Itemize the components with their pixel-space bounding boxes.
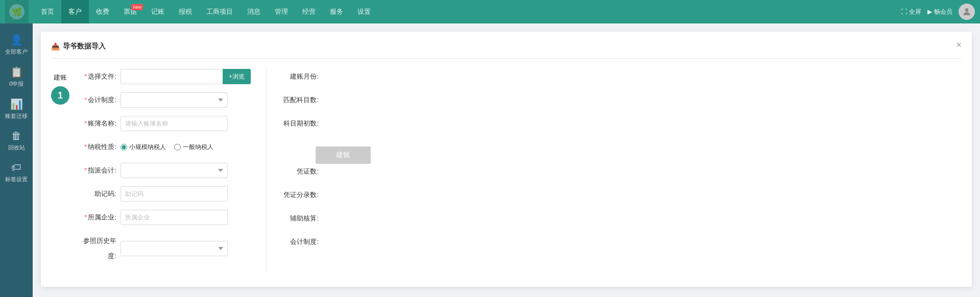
ref-year-row: 参照历史年度: <box>80 233 251 264</box>
top-navigation: 🌿 首页 客户 收费 票据 new 记账 报税 工商项目 消息 管理 经营 服务… <box>0 0 980 23</box>
info-panel: 建账月份: 匹配科目数: 科目期初数: 建账 <box>266 69 409 272</box>
nav-item-operations[interactable]: 经营 <box>295 0 323 23</box>
memo-label: 助记码: <box>80 186 121 202</box>
voucher-row: 凭证数: <box>277 164 409 179</box>
small-taxpayer-radio-input[interactable] <box>121 144 127 151</box>
logo-icon: 🌿 <box>9 4 25 19</box>
general-taxpayer-radio-input[interactable] <box>174 144 181 151</box>
fullscreen-icon: ⛶ <box>901 8 907 15</box>
vip-button[interactable]: ▶ 畅会员 <box>927 8 952 16</box>
step-label: 建账 <box>54 73 67 82</box>
accounting-system-row: *会计制度: <box>80 92 251 108</box>
voucher-records-row: 凭证分录数: <box>277 187 409 203</box>
new-badge: new <box>131 4 143 10</box>
form-container: 建账 1 *选择文件: +浏览 <box>51 69 962 272</box>
submit-button[interactable]: 建账 <box>316 146 371 164</box>
assign-accountant-row: *指派会计: <box>80 163 251 178</box>
sidebar-item-tags[interactable]: 🏷 标签设置 <box>0 157 33 188</box>
zero-declaration-icon: 📋 <box>10 66 23 78</box>
nav-item-invoices[interactable]: 票据 new <box>116 0 144 23</box>
nav-right-section: ⛶ 全屏 ▶ 畅会员 <box>901 4 975 20</box>
sidebar: 👤 全部客户 📋 0申报 📊 账套迁移 🗑 回收站 🏷 标签设置 <box>0 23 33 297</box>
nav-menu: 首页 客户 收费 票据 new 记账 报税 工商项目 消息 管理 经营 服务 设… <box>34 0 901 23</box>
import-dialog: 📥 导爷数据导入 × 建账 1 <box>41 32 972 287</box>
match-subjects-row: 匹配科目数: <box>277 92 409 108</box>
aux-accounting-label: 辅助核算: <box>277 211 323 226</box>
company-label: *所属企业: <box>80 210 121 225</box>
submit-section: 建账 <box>277 141 409 164</box>
all-customers-icon: 👤 <box>10 34 23 46</box>
step-indicator: 1 <box>51 86 69 105</box>
voucher-records-label: 凭证分录数: <box>277 187 323 203</box>
vip-icon: ▶ <box>927 8 932 15</box>
main-content: 📥 导爷数据导入 × 建账 1 <box>33 23 980 297</box>
tags-icon: 🏷 <box>11 162 21 174</box>
tax-type-row: *纳税性质: 小规模纳税人 一般纳税人 <box>80 139 251 155</box>
small-taxpayer-radio[interactable]: 小规模纳税人 <box>121 143 166 152</box>
migration-icon: 📊 <box>10 98 23 110</box>
accounting-system-select[interactable] <box>121 92 228 108</box>
nav-item-settings[interactable]: 设置 <box>350 0 378 23</box>
nav-item-services[interactable]: 服务 <box>323 0 350 23</box>
file-input-wrap: +浏览 <box>121 69 251 84</box>
ref-year-label: 参照历史年度: <box>80 233 121 264</box>
general-taxpayer-radio[interactable]: 一般纳税人 <box>174 143 213 152</box>
app-logo[interactable]: 🌿 <box>5 0 29 23</box>
nav-item-fees[interactable]: 收费 <box>89 0 116 23</box>
form-left: 建账 1 *选择文件: +浏览 <box>51 69 251 272</box>
account-name-label: *账簿名称: <box>80 116 121 131</box>
form-fields: *选择文件: +浏览 *会计制度: <box>80 69 251 272</box>
main-layout: 👤 全部客户 📋 0申报 📊 账套迁移 🗑 回收站 🏷 标签设置 📥 导爷数据导… <box>0 23 980 297</box>
company-input[interactable] <box>121 210 228 225</box>
browse-button[interactable]: +浏览 <box>223 69 251 84</box>
account-name-input[interactable] <box>121 116 228 131</box>
nav-item-home[interactable]: 首页 <box>34 0 61 23</box>
match-subjects-label: 匹配科目数: <box>277 92 323 108</box>
sidebar-item-all-customers[interactable]: 👤 全部客户 <box>0 29 33 61</box>
fullscreen-button[interactable]: ⛶ 全屏 <box>901 8 921 16</box>
svg-point-0 <box>965 8 969 12</box>
voucher-label: 凭证数: <box>277 164 323 179</box>
month-row: 建账月份: <box>277 69 409 84</box>
recycle-icon: 🗑 <box>11 130 21 142</box>
close-button[interactable]: × <box>956 40 962 51</box>
tax-type-radio-group: 小规模纳税人 一般纳税人 <box>121 143 213 152</box>
account-name-row: *账簿名称: <box>80 116 251 131</box>
assign-accountant-label: *指派会计: <box>80 163 121 178</box>
dialog-title-bar: 📥 导爷数据导入 <box>51 42 962 59</box>
tax-type-label: *纳税性质: <box>80 139 121 155</box>
nav-item-business[interactable]: 工商项目 <box>199 0 240 23</box>
memo-row: 助记码: <box>80 186 251 202</box>
company-row: *所属企业: <box>80 210 251 225</box>
subject-init-row: 科目期初数: <box>277 116 409 131</box>
step-section: 建账 1 *选择文件: +浏览 <box>51 69 251 272</box>
sidebar-item-migration[interactable]: 📊 账套迁移 <box>0 93 33 125</box>
assign-accountant-select[interactable] <box>121 163 228 178</box>
file-row: *选择文件: +浏览 <box>80 69 251 84</box>
file-label: *选择文件: <box>80 69 121 84</box>
nav-item-tax[interactable]: 报税 <box>172 0 199 23</box>
nav-item-bookkeeping[interactable]: 记账 <box>144 0 172 23</box>
month-label: 建账月份: <box>277 69 323 84</box>
accounting-system-label: *会计制度: <box>80 92 121 108</box>
nav-item-management[interactable]: 管理 <box>268 0 295 23</box>
sidebar-item-recycle[interactable]: 🗑 回收站 <box>0 125 33 157</box>
subject-init-label: 科目期初数: <box>277 116 323 131</box>
nav-item-messages[interactable]: 消息 <box>240 0 268 23</box>
info-accounting-system-row: 会计制度: <box>277 234 409 250</box>
user-avatar[interactable] <box>959 4 975 20</box>
nav-item-customers[interactable]: 客户 <box>61 0 89 23</box>
ref-year-select[interactable] <box>121 241 228 256</box>
memo-input[interactable] <box>121 186 228 202</box>
import-icon: 📥 <box>51 42 60 51</box>
file-input[interactable] <box>121 69 223 84</box>
info-accounting-system-label: 会计制度: <box>277 234 323 250</box>
sidebar-item-zero-declaration[interactable]: 📋 0申报 <box>0 61 33 93</box>
aux-accounting-row: 辅助核算: <box>277 211 409 226</box>
